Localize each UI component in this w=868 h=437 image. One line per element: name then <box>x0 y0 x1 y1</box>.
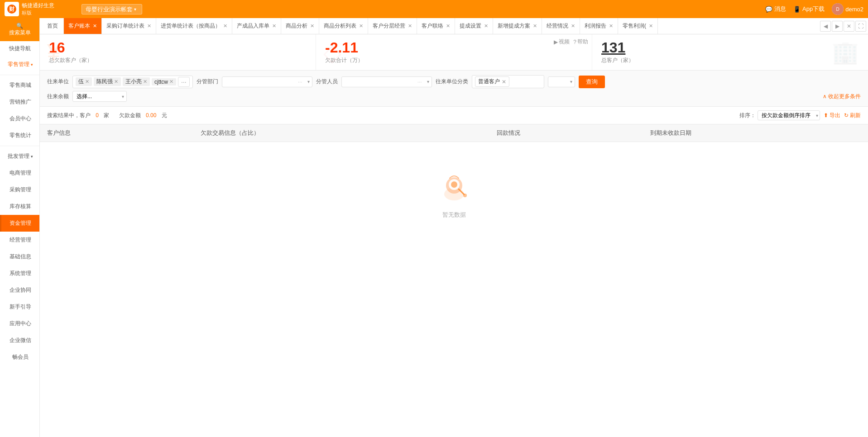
logo-text: 畅捷通好生意 标版 <box>22 2 54 16</box>
sidebar-item-wechat[interactable]: 企业微信 <box>0 332 39 349</box>
tab-close-new-promotion[interactable]: ✕ <box>533 23 537 29</box>
workspace-selector[interactable]: 母婴行业演示帐套 <box>82 4 142 14</box>
tab-retail-profit[interactable]: 零售利润( ✕ <box>618 18 658 34</box>
sidebar-divider-1 <box>0 75 39 75</box>
refresh-icon: ↻ <box>844 112 849 119</box>
sidebar-item-guide[interactable]: 新手引导 <box>0 299 39 315</box>
tab-close-goods-analysis-list[interactable]: ✕ <box>359 23 363 29</box>
tab-prev-btn[interactable]: ◀ <box>820 21 831 32</box>
app-container: 财 畅捷通好生意 标版 母婴行业演示帐套 ▾ 💬 消息 📱 App下载 <box>0 0 868 437</box>
sidebar-item-retail-stats[interactable]: 零售统计 <box>0 127 39 144</box>
sidebar-item-system[interactable]: 系统管理 <box>0 265 39 282</box>
unit-tag-2-close[interactable]: ✕ <box>143 79 147 85</box>
tab-close-credit[interactable]: ✕ <box>93 23 97 29</box>
tab-credit[interactable]: 客户账本 ✕ <box>64 18 102 34</box>
export-btn[interactable]: ⬆ 导出 <box>824 112 840 119</box>
sidebar-item-quicknav[interactable]: 快捷导航 <box>0 41 39 56</box>
svg-text:D: D <box>836 7 839 12</box>
tab-goods-analysis-list[interactable]: 商品分析列表 ✕ <box>319 18 368 34</box>
tab-customer-tier[interactable]: 客户分层经营 ✕ <box>368 18 417 34</box>
message-btn[interactable]: 💬 消息 <box>765 5 786 13</box>
tab-close-retail-profit[interactable]: ✕ <box>649 23 653 29</box>
sidebar-item-purchase[interactable]: 采购管理 <box>0 181 39 198</box>
logo-icon: 财 <box>5 2 19 16</box>
video-help-btn[interactable]: ▶ 视频 <box>554 38 570 46</box>
sidebar-item-enterprise[interactable]: 企业协同 <box>0 282 39 299</box>
total-customers-value: 131 <box>601 40 625 55</box>
tab-close-customer-tier[interactable]: ✕ <box>408 23 412 29</box>
unit-category-filter[interactable]: 普通客户 ✕ <box>472 75 544 88</box>
unit-category-select[interactable] <box>548 76 575 87</box>
tab-close-production[interactable]: ✕ <box>272 23 276 29</box>
th-debt-info: 欠款交易信息（占比） <box>193 124 489 142</box>
search-button[interactable]: 查询 <box>579 76 605 88</box>
help-btn[interactable]: ? 帮助 <box>573 38 588 46</box>
user-avatar-btn[interactable]: D demo2 <box>832 3 863 15</box>
sidebar-item-member-center[interactable]: 会员中心 <box>0 110 39 127</box>
balance-filter-select[interactable]: 选择... <box>72 91 127 102</box>
unit-tag-3-close[interactable]: ✕ <box>169 79 173 85</box>
tab-home[interactable]: 首页 <box>42 18 64 34</box>
tab-close-profit-report[interactable]: ✕ <box>609 23 613 29</box>
sidebar-item-retail-mall[interactable]: 零售商城 <box>0 77 39 94</box>
sidebar-item-basic-info[interactable]: 基础信息 <box>0 248 39 265</box>
unit-category-tag-0[interactable]: 普通客户 ✕ <box>475 76 509 87</box>
tab-close-operations[interactable]: ✕ <box>571 23 575 29</box>
th-customer-info: 客户信息 <box>40 124 193 142</box>
tab-customer-contact[interactable]: 客户联络 ✕ <box>417 18 455 34</box>
sort-select[interactable]: 按欠款金额倒序排序 <box>758 110 820 120</box>
tab-instock-stats[interactable]: 进货单统计表（按商品） ✕ <box>156 18 232 34</box>
tab-operations[interactable]: 经营情况 ✕ <box>542 18 580 34</box>
tab-close-all-btn[interactable]: ✕ <box>844 21 854 32</box>
tab-close-purchase-order[interactable]: ✕ <box>147 23 151 29</box>
tab-new-promotion[interactable]: 新增提成方案 ✕ <box>493 18 542 34</box>
workspace-selector-wrap[interactable]: 母婴行业演示帐套 ▾ <box>82 4 136 14</box>
unit-tag-1[interactable]: 陈民强 ✕ <box>94 77 121 86</box>
tab-goods-analysis[interactable]: 商品分析 ✕ <box>281 18 319 34</box>
tab-close-customer-contact[interactable]: ✕ <box>446 23 450 29</box>
tab-fullscreen-btn[interactable]: ⛶ <box>855 21 866 32</box>
sidebar-item-inventory[interactable]: 库存核算 <box>0 198 39 215</box>
sidebar-item-ecommerce[interactable]: 电商管理 <box>0 165 39 181</box>
chevron-icon: ▾ <box>31 62 33 67</box>
unit-tag-2[interactable]: 王小亮 ✕ <box>123 77 150 86</box>
data-table: 客户信息 欠款交易信息（占比） 回款情况 到期未收款日期 <box>40 124 868 246</box>
person-filter-label: 分管人员 <box>316 78 338 86</box>
unit-tag-1-close[interactable]: ✕ <box>114 79 118 85</box>
unit-tag-3[interactable]: cjttcw ✕ <box>152 78 176 86</box>
unit-category-tag-close[interactable]: ✕ <box>502 79 506 85</box>
result-actions: 排序： 按欠款金额倒序排序 ▾ ⬆ 导出 ↻ <box>739 110 861 120</box>
tab-close-promotion-settings[interactable]: ✕ <box>484 23 488 29</box>
collapse-btn-wrap: ∧ 收起更多条件 <box>823 93 861 100</box>
tab-profit-report[interactable]: 利润报告 ✕ <box>580 18 618 34</box>
unit-tags-more-btn[interactable]: ··· <box>178 77 190 87</box>
app-download-btn[interactable]: 📱 App下载 <box>793 5 825 13</box>
tab-next-btn[interactable]: ▶ <box>832 21 843 32</box>
sidebar-item-app-center[interactable]: 应用中心 <box>0 315 39 332</box>
sidebar-item-batch-mgmt[interactable]: 批发管理 ▾ <box>0 148 39 165</box>
sidebar-item-marketing[interactable]: 营销推广 <box>0 94 39 110</box>
sidebar-item-member[interactable]: 畅会员 <box>0 349 39 366</box>
person-clear-icon[interactable]: ··· <box>417 79 422 85</box>
tab-close-instock-stats[interactable]: ✕ <box>223 23 227 29</box>
sidebar-item-operations[interactable]: 经营管理 <box>0 232 39 248</box>
play-icon: ▶ <box>554 39 558 45</box>
summary-item-debt: ◇ -2.11 欠款合计（万） ▶ 视频 ? 帮助 <box>316 34 592 70</box>
sidebar-item-search[interactable]: 🔍 搜索菜单 <box>0 18 39 41</box>
dept-clear-icon[interactable]: ··· <box>298 79 302 85</box>
table-container: 客户信息 欠款交易信息（占比） 回款情况 到期未收款日期 <box>40 124 868 437</box>
table-body: 暂无数据 <box>40 142 868 247</box>
sidebar-item-retail-mgmt[interactable]: 零售管理 ▾ <box>0 56 39 73</box>
sidebar-item-finance[interactable]: 资金管理 <box>0 215 39 232</box>
export-icon: ⬆ <box>824 112 828 119</box>
unit-tag-0-close[interactable]: ✕ <box>85 79 89 85</box>
tab-purchase-order[interactable]: 采购订单统计表 ✕ <box>102 18 156 34</box>
unit-tag-0[interactable]: 伍 ✕ <box>76 77 92 86</box>
unit-category-select-wrap: ▾ <box>548 76 575 87</box>
unit-filter-tags[interactable]: 伍 ✕ 陈民强 ✕ 王小亮 ✕ cjttcw ✕ <box>72 76 193 88</box>
tab-promotion-settings[interactable]: 提成设置 ✕ <box>455 18 493 34</box>
refresh-btn[interactable]: ↻ 刷新 <box>844 112 861 119</box>
tab-production[interactable]: 产成品入库单 ✕ <box>232 18 281 34</box>
collapse-filter-btn[interactable]: ∧ 收起更多条件 <box>823 93 861 100</box>
tab-close-goods-analysis[interactable]: ✕ <box>310 23 314 29</box>
